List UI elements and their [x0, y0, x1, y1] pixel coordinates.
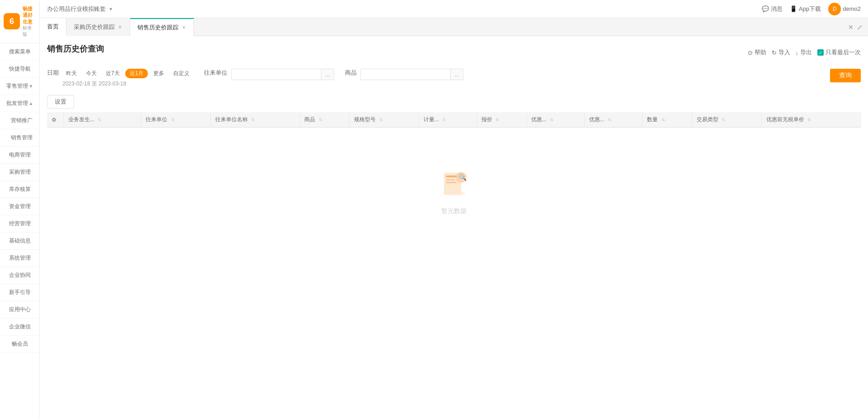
wechat-label: 企业微信: [9, 323, 31, 331]
partner-name-sort-icon: ⇅: [251, 117, 255, 122]
table-header: ⚙ 业务发生... ⇅ 往来单位 ⇅ 往来单位名称 ⇅: [47, 112, 861, 128]
sidebar-item-system[interactable]: 系统管理: [0, 250, 39, 267]
sidebar-item-apps[interactable]: 应用中心: [0, 301, 39, 318]
import-action[interactable]: ↻ 导入: [772, 48, 790, 57]
app-logo-sub: 标准版: [23, 25, 36, 38]
qty-sort-icon: ⇅: [661, 117, 665, 122]
tab-sales-history[interactable]: 销售历史价跟踪 ×: [130, 18, 194, 36]
sidebar-item-basic[interactable]: 基础信息: [0, 233, 39, 250]
partner-input-dots[interactable]: ...: [321, 69, 334, 80]
wholesale-arrow-icon: ▲: [29, 101, 33, 106]
sidebar-item-quicknav[interactable]: 快捷导航: [0, 61, 39, 78]
table-col-product[interactable]: 商品 ⇅: [300, 112, 349, 128]
settings-button[interactable]: 设置: [47, 95, 74, 109]
app-download-action[interactable]: 📱 App下载: [790, 5, 821, 13]
sidebar-logo[interactable]: 6 畅捷通好生意 标准版: [0, 0, 39, 43]
sidebar-item-search[interactable]: 搜索菜单: [0, 43, 39, 61]
date-option-more[interactable]: 更多: [150, 69, 168, 78]
main-content: 办公用品行业模拟账套 ▾ 💬 消息 📱 App下载 D demo2 首页 采购历…: [40, 0, 868, 418]
sidebar-item-vip[interactable]: 畅会员: [0, 336, 39, 353]
table-col-discount2[interactable]: 优惠... ⇅: [585, 112, 642, 128]
query-button[interactable]: 查询: [830, 69, 861, 82]
topbar-dropdown-icon[interactable]: ▾: [109, 6, 112, 12]
product-filter-section: 商品 ...: [345, 69, 463, 80]
enterprise-label: 企业协同: [9, 271, 31, 279]
table-col-quote[interactable]: 报价 ⇅: [476, 112, 526, 128]
date-option-custom[interactable]: 自定义: [170, 69, 193, 78]
product-sort-icon: ⇅: [319, 117, 322, 122]
import-label: 导入: [778, 48, 790, 57]
sidebar-item-inventory[interactable]: 库存核算: [0, 181, 39, 198]
date-option-last1m[interactable]: 近1月: [125, 69, 148, 78]
table-col-unit[interactable]: 计量... ⇅: [419, 112, 476, 128]
date-option-yesterday[interactable]: 昨天: [62, 69, 80, 78]
topbar-right: 💬 消息 📱 App下载 D demo2: [762, 3, 861, 15]
last-only-checkbox[interactable]: ✓: [817, 49, 824, 56]
sidebar-item-sales[interactable]: 销售管理: [0, 129, 39, 147]
svg-rect-4: [446, 182, 457, 183]
tab-sales-history-close[interactable]: ×: [181, 24, 186, 32]
sidebar-item-retail[interactable]: 零售管理 ▼: [0, 78, 39, 95]
date-option-today[interactable]: 今天: [82, 69, 100, 78]
biz-date-sort-icon: ⇅: [98, 117, 101, 122]
date-filter-section: 日期 昨天 今天 近7天 近1月 更多 自定义 2023-02-18 至 202…: [47, 69, 193, 88]
biz-date-col-label: 业务发生...: [68, 116, 94, 123]
ecommerce-label: 电商管理: [9, 151, 31, 159]
unit-sort-icon: ⇅: [442, 117, 446, 122]
export-label: 导出: [800, 48, 812, 57]
sidebar-item-wechat[interactable]: 企业微信: [0, 318, 39, 336]
system-label: 系统管理: [9, 254, 31, 262]
table-col-trade-type[interactable]: 交易类型 ⇅: [692, 112, 762, 128]
sidebar-item-enterprise[interactable]: 企业协同: [0, 267, 39, 284]
table-settings-icon[interactable]: ⚙: [52, 117, 57, 123]
sidebar-item-newbie[interactable]: 新手引导: [0, 284, 39, 301]
table-col-discount1[interactable]: 优惠... ⇅: [526, 112, 584, 128]
pretax-price-col-label: 优惠前无税单价: [766, 116, 804, 123]
newbie-label: 新手引导: [9, 289, 31, 296]
table-col-qty[interactable]: 数量 ⇅: [642, 112, 692, 128]
quicknav-label: 快捷导航: [9, 65, 31, 73]
help-action[interactable]: ⊙ 帮助: [748, 48, 766, 57]
message-action[interactable]: 💬 消息: [762, 5, 783, 13]
retail-label: 零售管理: [6, 82, 28, 90]
export-action[interactable]: ↓ 导出: [796, 48, 812, 57]
fullscreen-icon[interactable]: ⤢: [857, 24, 863, 31]
table-col-spec[interactable]: 规格型号 ⇅: [349, 112, 419, 128]
table-col-biz-date[interactable]: 业务发生... ⇅: [63, 112, 141, 128]
purchase-label: 采购管理: [9, 168, 31, 176]
sidebar-item-operations[interactable]: 经营管理: [0, 215, 39, 233]
sidebar-item-marketing[interactable]: 营销推广: [0, 112, 39, 129]
export-icon: ↓: [796, 49, 799, 56]
sidebar-item-ecommerce[interactable]: 电商管理: [0, 147, 39, 164]
discount2-col-label: 优惠...: [589, 116, 604, 123]
product-input[interactable]: [360, 69, 451, 80]
message-icon: 💬: [762, 5, 769, 12]
last-only-checkbox-label[interactable]: ✓ 只看最后一次: [817, 48, 861, 57]
sidebar-item-finance[interactable]: 资金管理: [0, 198, 39, 215]
product-input-group: ...: [360, 69, 463, 80]
date-buttons: 昨天 今天 近7天 近1月 更多 自定义: [62, 69, 193, 78]
close-all-tabs-icon[interactable]: ✕: [848, 24, 854, 31]
discount1-col-label: 优惠...: [531, 116, 547, 123]
sidebar-item-purchase[interactable]: 采购管理: [0, 164, 39, 181]
filter-actions: 查询: [830, 69, 861, 82]
table-col-partner-name[interactable]: 往来单位名称 ⇅: [210, 112, 299, 128]
tab-purchase-history[interactable]: 采购历史价跟踪 ×: [66, 18, 130, 36]
apps-label: 应用中心: [9, 306, 31, 314]
partner-input[interactable]: [231, 69, 321, 80]
tab-home[interactable]: 首页: [40, 18, 66, 36]
table-col-partner-code[interactable]: 往来单位 ⇅: [141, 112, 211, 128]
product-input-dots[interactable]: ...: [451, 69, 463, 80]
empty-state-text: 暂元数据: [441, 207, 467, 215]
sidebar-item-wholesale[interactable]: 批发管理 ▲: [0, 95, 39, 112]
tab-purchase-history-close[interactable]: ×: [118, 23, 123, 31]
filter-bar: 日期 昨天 今天 近7天 近1月 更多 自定义 2023-02-18 至 202…: [47, 69, 861, 88]
page-content: 销售历史价查询 ⊙ 帮助 ↻ 导入 ↓ 导出 ✓ 只看最后一次: [40, 36, 868, 418]
table-col-pretax-price[interactable]: 优惠前无税单价 ⇅: [761, 112, 860, 128]
date-range-display: 2023-02-18 至 2023-03-18: [62, 80, 193, 88]
svg-text:🔍: 🔍: [459, 174, 467, 181]
wholesale-label: 批发管理: [6, 100, 28, 107]
user-profile[interactable]: D demo2: [828, 3, 861, 15]
date-option-last7[interactable]: 近7天: [102, 69, 123, 78]
avatar: D: [828, 3, 841, 15]
